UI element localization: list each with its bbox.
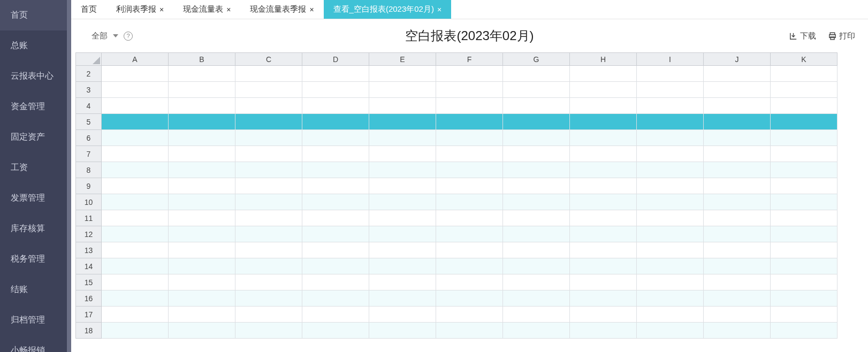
- cell[interactable]: [169, 146, 235, 162]
- row-header[interactable]: 6: [76, 130, 102, 146]
- cell[interactable]: [436, 210, 503, 226]
- column-header[interactable]: C: [235, 53, 302, 66]
- cell[interactable]: [704, 98, 771, 114]
- cell[interactable]: [169, 307, 235, 323]
- cell[interactable]: [704, 290, 771, 307]
- sidebar-item-fixed-assets[interactable]: 固定资产: [0, 122, 71, 152]
- cell[interactable]: [169, 194, 235, 210]
- close-icon[interactable]: ×: [309, 6, 314, 13]
- cell[interactable]: [436, 274, 503, 290]
- cell[interactable]: [637, 66, 704, 82]
- cell[interactable]: [704, 274, 771, 290]
- cell[interactable]: [704, 323, 771, 339]
- cell[interactable]: [369, 162, 436, 178]
- row-header[interactable]: 5: [76, 114, 102, 130]
- cell[interactable]: [771, 146, 837, 162]
- row-header[interactable]: 2: [76, 66, 102, 82]
- cell[interactable]: [302, 274, 369, 290]
- row-header[interactable]: 18: [76, 323, 102, 339]
- cell[interactable]: [771, 323, 837, 339]
- cell[interactable]: [169, 210, 235, 226]
- cell[interactable]: [771, 226, 837, 242]
- cell[interactable]: [704, 162, 771, 178]
- cell[interactable]: [369, 242, 436, 258]
- cell[interactable]: [302, 290, 369, 307]
- cell[interactable]: [302, 242, 369, 258]
- cell[interactable]: [771, 98, 837, 114]
- cell[interactable]: [503, 178, 570, 194]
- cell[interactable]: [369, 290, 436, 307]
- cell[interactable]: [436, 290, 503, 307]
- cell[interactable]: [302, 82, 369, 98]
- cell[interactable]: [503, 194, 570, 210]
- cell[interactable]: [302, 146, 369, 162]
- cell[interactable]: [704, 194, 771, 210]
- cell[interactable]: [302, 307, 369, 323]
- cell[interactable]: [369, 146, 436, 162]
- column-header[interactable]: B: [169, 53, 235, 66]
- cell[interactable]: [169, 98, 235, 114]
- cell[interactable]: [503, 242, 570, 258]
- cell[interactable]: [436, 146, 503, 162]
- cell[interactable]: [102, 82, 169, 98]
- cell[interactable]: [771, 210, 837, 226]
- cell[interactable]: [637, 226, 704, 242]
- sidebar-item-general-ledger[interactable]: 总账: [0, 30, 71, 61]
- cell[interactable]: [369, 307, 436, 323]
- row-header[interactable]: 13: [76, 242, 102, 258]
- cell[interactable]: [704, 226, 771, 242]
- cell[interactable]: [302, 66, 369, 82]
- cell[interactable]: [637, 178, 704, 194]
- cell[interactable]: [503, 274, 570, 290]
- close-icon[interactable]: ×: [159, 6, 164, 13]
- cell[interactable]: [369, 98, 436, 114]
- column-header[interactable]: F: [436, 53, 503, 66]
- cell[interactable]: [570, 210, 637, 226]
- cell[interactable]: [570, 66, 637, 82]
- column-header[interactable]: I: [637, 53, 704, 66]
- column-header[interactable]: G: [503, 53, 570, 66]
- cell[interactable]: [570, 194, 637, 210]
- row-header[interactable]: 8: [76, 162, 102, 178]
- cell[interactable]: [637, 210, 704, 226]
- column-header[interactable]: K: [771, 53, 837, 66]
- cell[interactable]: [302, 258, 369, 274]
- cell[interactable]: [369, 258, 436, 274]
- cell[interactable]: [102, 98, 169, 114]
- cell[interactable]: [302, 178, 369, 194]
- sidebar-item-close-accounts[interactable]: 结账: [0, 274, 71, 305]
- cell[interactable]: [102, 274, 169, 290]
- cell[interactable]: [704, 130, 771, 146]
- cell[interactable]: [102, 242, 169, 258]
- cell[interactable]: [570, 114, 637, 130]
- cell[interactable]: [169, 226, 235, 242]
- cell[interactable]: [235, 290, 302, 307]
- cell[interactable]: [503, 307, 570, 323]
- select-all-corner[interactable]: [76, 53, 102, 66]
- cell[interactable]: [302, 210, 369, 226]
- cell[interactable]: [704, 258, 771, 274]
- download-button[interactable]: 下载: [789, 31, 816, 41]
- cell[interactable]: [302, 323, 369, 339]
- cell[interactable]: [503, 82, 570, 98]
- cell[interactable]: [302, 98, 369, 114]
- row-header[interactable]: 15: [76, 274, 102, 290]
- cell[interactable]: [235, 307, 302, 323]
- row-header[interactable]: 16: [76, 290, 102, 307]
- cell[interactable]: [704, 178, 771, 194]
- cell[interactable]: [235, 66, 302, 82]
- row-header[interactable]: 9: [76, 178, 102, 194]
- cell[interactable]: [771, 258, 837, 274]
- close-icon[interactable]: ×: [437, 6, 441, 13]
- cell[interactable]: [302, 226, 369, 242]
- cell[interactable]: [169, 66, 235, 82]
- cell[interactable]: [771, 82, 837, 98]
- cell[interactable]: [771, 178, 837, 194]
- cell[interactable]: [369, 274, 436, 290]
- help-icon[interactable]: ?: [124, 32, 133, 41]
- cell[interactable]: [436, 242, 503, 258]
- cell[interactable]: [436, 130, 503, 146]
- cell[interactable]: [771, 290, 837, 307]
- cell[interactable]: [637, 146, 704, 162]
- cell[interactable]: [169, 290, 235, 307]
